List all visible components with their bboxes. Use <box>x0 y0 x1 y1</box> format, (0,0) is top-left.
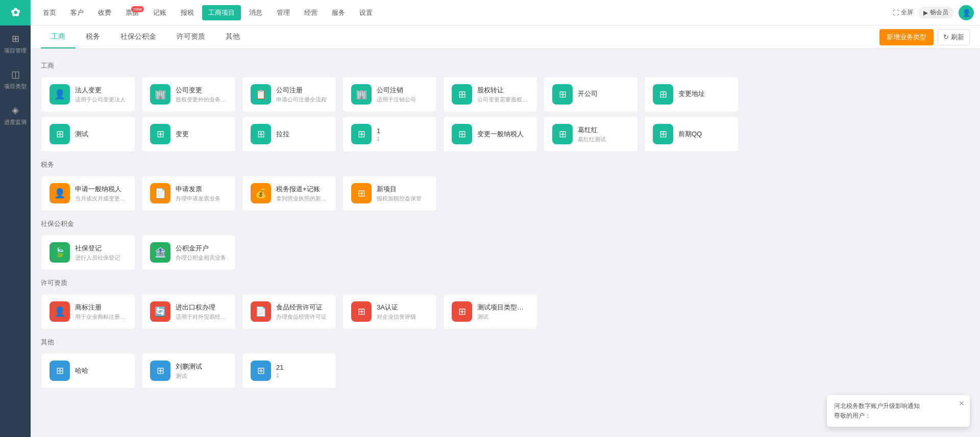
tab-gongshang[interactable]: 工商 <box>41 26 76 48</box>
card-liupeng-test[interactable]: ⊞ 刘鹏测试 测试 <box>141 353 236 389</box>
fullscreen-icon: ⛶ <box>893 9 899 16</box>
app-logo[interactable]: ✿ <box>0 0 31 25</box>
card-ge-honghong[interactable]: ⊞ 葛红红 葛红红测试 <box>544 116 638 152</box>
nav-settings[interactable]: 设置 <box>353 5 379 20</box>
card-desc-company-change: 股权变更外的业务变更 <box>176 96 227 104</box>
card-bianGeng[interactable]: ⊞ 变更 <box>141 116 236 152</box>
card-title-item1: 1 <box>377 127 428 135</box>
topnav: 首页 客户 收费 票据 new 记账 报税 工商项目 消息 管理 经营 服务 设… <box>31 0 980 25</box>
card-desc-ge-honghong: 葛红红测试 <box>578 136 629 143</box>
card-desc-company-cancel: 适用于注销公司 <box>377 96 428 104</box>
card-test-project-type[interactable]: ⊞ 测试项目类型定义 测试 <box>443 294 537 329</box>
card-icon-test-project-type: ⊞ <box>452 301 472 322</box>
nav-services[interactable]: 服务 <box>326 5 351 20</box>
nav-billing[interactable]: 收费 <box>92 5 117 20</box>
card-icon-import-export: 🔄 <box>150 301 170 322</box>
sidebar-item-project-mgmt[interactable]: ⊞ 项目管理 <box>0 25 31 61</box>
card-icon-tax-report: 💰 <box>251 183 271 203</box>
card-title-new-project: 新项目 <box>377 185 428 194</box>
card-desc-item21: 1 <box>276 372 328 378</box>
card-desc-item1: 1 <box>377 136 428 142</box>
shebao-card-grid: 🍃 社保登记 进行人员社保登记 🏦 公积金开户 办理公积金相关业务 <box>41 235 970 270</box>
card-change-tax[interactable]: ⊞ 变更一般纳税人 <box>443 116 537 152</box>
card-trademark[interactable]: 👤 商标注册 用于企业商标注册服务 <box>41 294 135 329</box>
card-desc-liupeng-test: 测试 <box>176 372 227 380</box>
sidebar-label-project-type: 项目类型 <box>4 83 27 90</box>
card-icon-equity-transfer: ⊞ <box>452 84 472 105</box>
nav-tax[interactable]: 报税 <box>175 5 200 20</box>
nav-management[interactable]: 管理 <box>271 5 296 20</box>
card-change-address[interactable]: ⊞ 变更地址 <box>644 76 739 112</box>
card-icon-company-cancel: 🏢 <box>351 84 372 105</box>
nav-clients[interactable]: 客户 <box>64 5 90 20</box>
card-icon-legal-change: 👤 <box>50 84 70 105</box>
card-open-company[interactable]: ⊞ 开公司 <box>544 76 638 112</box>
card-haha[interactable]: ⊞ 哈哈 <box>41 353 135 389</box>
card-new-project[interactable]: ⊞ 新项目 报税加税控盘保管 <box>342 175 437 211</box>
card-early-qq[interactable]: ⊞ 前期QQ <box>644 116 739 152</box>
nav-right: ⛶ 全屏 ▶ 畅会员 👤 <box>893 5 974 20</box>
refresh-icon: ↻ <box>943 33 949 41</box>
tab-xuke[interactable]: 许可资质 <box>166 26 215 48</box>
card-desc-new-project: 报税加税控盘保管 <box>377 195 428 202</box>
nav-home[interactable]: 首页 <box>37 5 62 20</box>
logo-icon: ✿ <box>11 6 20 19</box>
section-title-xuke: 许可资质 <box>41 278 970 288</box>
card-title-trademark: 商标注册 <box>75 303 127 312</box>
card-title-bianGeng: 变更 <box>176 130 227 139</box>
nav-operations[interactable]: 经营 <box>298 5 324 20</box>
card-lala[interactable]: ⊞ 拉拉 <box>242 116 336 152</box>
card-title-apply-general-tax: 申请一般纳税人 <box>75 185 127 194</box>
card-icon-company-register: 📋 <box>251 84 271 105</box>
card-social-insurance[interactable]: 🍃 社保登记 进行人员社保登记 <box>41 235 135 270</box>
card-apply-general-tax[interactable]: 👤 申请一般纳税人 当月或次月成变更完成 <box>41 175 135 211</box>
card-item1[interactable]: ⊞ 1 1 <box>342 116 437 152</box>
card-icon-apply-general-tax: 👤 <box>50 183 70 203</box>
card-company-register[interactable]: 📋 公司注册 申请公司注册全流程 <box>242 76 336 112</box>
tab-actions: 新增业务类型 ↻ 刷新 <box>879 29 970 45</box>
tab-shuiwu[interactable]: 税务 <box>76 26 110 48</box>
card-title-haha: 哈哈 <box>75 366 127 375</box>
nav-bizproj[interactable]: 工商项目 <box>202 5 241 20</box>
play-icon: ▶ <box>923 9 928 16</box>
card-food-license[interactable]: 📄 食品经营许可证 办理食品经营许可证 <box>242 294 336 329</box>
card-icon-bianGeng: ⊞ <box>150 124 170 144</box>
notification-text: 河北税务数字账户升级影响通知 尊敬的用户： <box>834 401 963 421</box>
card-equity-transfer[interactable]: ⊞ 股权转让 公司变更需要股权转让 <box>443 76 537 112</box>
fullscreen-button[interactable]: ⛶ 全屏 <box>893 8 913 17</box>
tab-other[interactable]: 其他 <box>215 26 250 48</box>
refresh-button[interactable]: ↻ 刷新 <box>938 29 970 45</box>
card-import-export[interactable]: 🔄 进出口权办理 适用于对外贸易经营者 <box>141 294 236 329</box>
card-housing-fund[interactable]: 🏦 公积金开户 办理公积金相关业务 <box>141 235 236 270</box>
notification-close-button[interactable]: ✕ <box>959 399 965 407</box>
nav-tickets[interactable]: 票据 new <box>119 5 145 20</box>
card-3a-cert[interactable]: ⊞ 3A认证 对企业信誉评级 <box>342 294 437 329</box>
card-desc-equity-transfer: 公司变更需要股权转让 <box>477 96 529 104</box>
card-legal-change[interactable]: 👤 法人变更 适用于公司变更法人 <box>41 76 135 112</box>
card-desc-import-export: 适用于对外贸易经营者 <box>176 313 227 321</box>
card-icon-liupeng-test: ⊞ <box>150 361 170 381</box>
card-icon-3a-cert: ⊞ <box>351 301 372 322</box>
card-desc-food-license: 办理食品经营许可证 <box>276 313 328 321</box>
vip-button[interactable]: ▶ 畅会员 <box>918 7 953 18</box>
sidebar-item-progress-monitor[interactable]: ◈ 进度监测 <box>0 97 31 133</box>
card-apply-invoice[interactable]: 📄 申请发票 办理申请发票业务 <box>141 175 236 211</box>
card-test[interactable]: ⊞ 测试 <box>41 116 135 152</box>
tab-shebao[interactable]: 社保公积金 <box>110 26 166 48</box>
sidebar-item-project-type[interactable]: ◫ 项目类型 <box>0 61 31 97</box>
card-icon-ge-honghong: ⊞ <box>552 124 573 144</box>
user-avatar[interactable]: 👤 <box>959 5 974 20</box>
card-company-cancel[interactable]: 🏢 公司注销 适用于注销公司 <box>342 76 437 112</box>
main-area: 首页 客户 收费 票据 new 记账 报税 工商项目 消息 管理 经营 服务 设… <box>31 0 980 437</box>
card-tax-report[interactable]: 💰 税务报道+记账 拿到营业执照的新公司 <box>242 175 336 211</box>
card-title-legal-change: 法人变更 <box>75 86 127 95</box>
sidebar-label-progress-monitor: 进度监测 <box>4 118 27 126</box>
vip-label: 畅会员 <box>930 8 948 17</box>
card-company-change[interactable]: 🏢 公司变更 股权变更外的业务变更 <box>141 76 236 112</box>
nav-accounting[interactable]: 记账 <box>147 5 173 20</box>
notification-sub: 尊敬的用户： <box>834 412 871 419</box>
card-item21[interactable]: ⊞ 21 1 <box>242 353 336 389</box>
new-type-button[interactable]: 新增业务类型 <box>879 29 934 45</box>
section-title-shuiwu: 税务 <box>41 160 970 169</box>
nav-messages[interactable]: 消息 <box>243 5 268 20</box>
